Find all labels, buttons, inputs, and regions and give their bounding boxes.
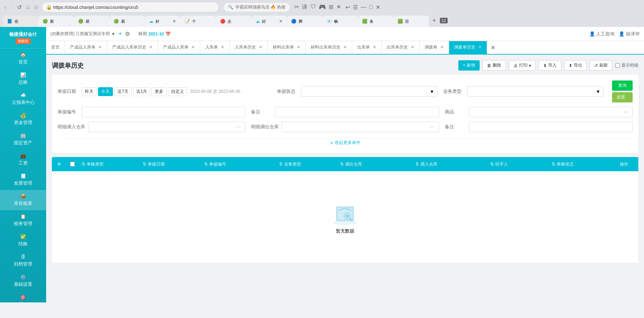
tab-product-in[interactable]: 产成品入库单 ✕ — [65, 41, 107, 54]
biz-type-dropdown[interactable]: ▼ — [467, 86, 604, 97]
doc-num-input[interactable] — [82, 107, 245, 117]
detail-in-ellipsis-btn[interactable]: ··· — [235, 124, 242, 130]
gamepad-icon[interactable]: 🎮 — [319, 4, 326, 11]
th-status[interactable]: ⇅ 单账状态 — [549, 161, 610, 167]
print-btn[interactable]: 🖨 打印 ▾ — [509, 60, 536, 71]
tab-home[interactable]: 首页 — [46, 41, 65, 54]
th-checkbox[interactable] — [66, 162, 79, 167]
minimize-btn[interactable]: — — [361, 4, 366, 11]
date-btn-custom[interactable]: 自定义 — [168, 87, 187, 96]
collapse-btn[interactable]: ∧ 收起更多条件 — [59, 140, 631, 146]
goods-input-wrapper[interactable]: ··· — [469, 107, 633, 117]
tab-in[interactable]: 入库单 ✕ — [200, 41, 230, 54]
sidebar-item-assets[interactable]: 🏢 固定资产 — [0, 129, 46, 150]
export-btn[interactable]: ⬆ 导出 — [564, 60, 587, 71]
th-date[interactable]: ⇅ 单据日期 — [140, 161, 201, 167]
browser-tab-0[interactable]: 📘 在 — [3, 16, 38, 27]
tab-close-out[interactable]: ✕ — [373, 45, 376, 50]
browser-tab-10[interactable]: 🟩 各 — [358, 16, 393, 27]
browser-tab-11[interactable]: 🟩 目 — [393, 16, 429, 27]
tab-product-in-2[interactable]: 产成品入库单 ✕ — [158, 41, 200, 54]
tab-out[interactable]: 出库单 ✕ — [352, 41, 382, 54]
sidebar-item-archive[interactable]: 🗄 归档管理 — [0, 251, 46, 271]
sidebar-item-guide[interactable]: 🎯 新手引导 — [0, 291, 46, 302]
sidebar-item-invoice[interactable]: 🧾 发票管理 — [0, 170, 46, 190]
brightness-icon[interactable]: ☀ — [336, 4, 341, 11]
tab-close-product-in-2[interactable]: ✕ — [191, 45, 195, 50]
browser-nav-back[interactable]: ‹ — [3, 2, 8, 12]
browser-reload[interactable]: ↺ — [16, 2, 23, 12]
th-biz[interactable]: ⇅ 业务类型 — [276, 161, 337, 167]
th-type[interactable]: ⇅ 单账类型 — [79, 161, 140, 167]
remark2-input[interactable] — [469, 122, 633, 132]
settings-gear-icon[interactable]: ⚙ — [125, 30, 130, 37]
sidebar-item-inventory[interactable]: 📦 库存核算 — [0, 190, 46, 210]
show-columns-checkbox[interactable] — [615, 63, 620, 68]
calendar-icon[interactable]: 📅 — [165, 32, 171, 37]
detail-out-input-wrapper[interactable]: ··· — [282, 122, 439, 132]
browser-tab-7[interactable]: ☁ 好 ✕ — [251, 16, 287, 27]
browser-nav-forward[interactable]: › — [9, 2, 14, 12]
company-selector[interactable]: (勿删勿禁用) 江西服宝测试专用 ▼ — [50, 31, 115, 37]
maximize-btn[interactable]: □ — [369, 4, 373, 11]
th-in[interactable]: ⇅ 调入仓库 — [413, 161, 487, 167]
browser-tab-5[interactable]: 📝 个 — [180, 16, 216, 27]
tab-close-7[interactable]: ✕ — [279, 19, 283, 24]
tab-close-out-history[interactable]: ✕ — [411, 45, 414, 50]
show-columns-toggle[interactable]: 显示明细 — [615, 62, 638, 68]
sidebar-item-tax[interactable]: 📋 税务管理 — [0, 210, 46, 230]
menu-icon[interactable]: ☰ — [353, 4, 358, 11]
address-bar[interactable]: 🔒 https://cloud.chanjet.com/accounting/u… — [42, 2, 219, 12]
grid-icon[interactable]: ⊞ — [329, 4, 333, 11]
tab-in-history[interactable]: 入库单历史 ✕ — [230, 41, 268, 54]
tab-close-product-in-history[interactable]: ✕ — [149, 45, 153, 50]
undo-icon[interactable]: ↩ — [345, 4, 350, 11]
detail-out-ellipsis-btn[interactable]: ··· — [428, 124, 436, 130]
remark-input[interactable] — [275, 107, 439, 117]
tab-close-material-out-history[interactable]: ✕ — [343, 45, 347, 50]
th-gear[interactable]: ⚙ — [52, 162, 66, 167]
date-btn-7days[interactable]: 近7天 — [114, 87, 132, 96]
browser-tab-1[interactable]: 🟢 新 — [38, 16, 74, 27]
import-btn[interactable]: ⬇ 导入 — [539, 60, 561, 71]
browser-tab-6[interactable]: 🔴 企 — [216, 16, 251, 27]
browser-tab-2[interactable]: 🟢 易 — [74, 16, 109, 27]
sidebar-item-ledger[interactable]: 📊 总账 — [0, 69, 46, 89]
date-btn-more[interactable]: 更多 — [152, 87, 167, 96]
tab-close-product-in[interactable]: ✕ — [98, 45, 102, 50]
browser-search[interactable]: 🔍 学霸应聘场驱鸟员 🔥 热搜 — [223, 2, 290, 12]
detail-in-input-wrapper[interactable]: ··· — [88, 122, 245, 132]
date-btn-today[interactable]: 今天 — [98, 87, 113, 96]
close-all-tabs-btn[interactable]: ✕ — [487, 41, 499, 54]
tab-material-out[interactable]: 材料出库单 ✕ — [268, 41, 306, 54]
shield-icon[interactable]: 🛡 — [310, 4, 316, 11]
sidebar-item-home[interactable]: 🏠 首页 — [0, 49, 46, 69]
date-btn-yesterday[interactable]: 昨天 — [82, 87, 97, 96]
sidebar-item-reports[interactable]: ☁️ 云报表中心 — [0, 89, 46, 109]
tab-transfer-history[interactable]: 调拨单历史 ✕ — [449, 41, 487, 54]
delete-btn[interactable]: 🗑 删除 — [482, 60, 506, 71]
goods-ellipsis-btn[interactable]: ··· — [622, 109, 629, 115]
sidebar-item-close[interactable]: ✅ 结账 — [0, 230, 46, 251]
sidebar-item-salary[interactable]: 💼 工资 — [0, 150, 46, 170]
tab-transfer[interactable]: 调拨单 ✕ — [420, 41, 449, 54]
refresh-btn[interactable]: ↺ 刷新 — [590, 60, 612, 71]
browser-tab-9[interactable]: 📧 畅 — [322, 16, 358, 27]
tab-close-material-out[interactable]: ✕ — [297, 45, 300, 50]
sidebar-item-settings[interactable]: ⚙️ 基础设置 — [0, 271, 46, 291]
browser-home[interactable]: ⌂ — [24, 2, 31, 12]
add-company-btn[interactable]: + — [118, 30, 122, 38]
th-num[interactable]: ⇅ 单据编号 — [201, 161, 276, 167]
browser-tab-4[interactable]: ☁ 好 ✕ — [145, 16, 180, 27]
browser-tab-3[interactable]: 🟢 易 — [109, 16, 145, 27]
service-btn[interactable]: 👤 人工咨询 — [589, 31, 615, 37]
th-out[interactable]: ⇅ 调出仓库 — [337, 161, 412, 167]
scissor-icon[interactable]: ✂ — [294, 4, 299, 11]
query-btn[interactable]: 查询 — [612, 80, 633, 91]
tab-close-in[interactable]: ✕ — [221, 45, 224, 50]
sidebar-item-funds[interactable]: 💰 资金管理 — [0, 109, 46, 129]
new-tab-btn[interactable]: + — [429, 15, 440, 27]
browser-tab-8[interactable]: 🔵 腾 — [287, 16, 322, 27]
tab-close-4[interactable]: ✕ — [173, 19, 176, 24]
th-handler[interactable]: ⇅ 经手人 — [487, 161, 549, 167]
